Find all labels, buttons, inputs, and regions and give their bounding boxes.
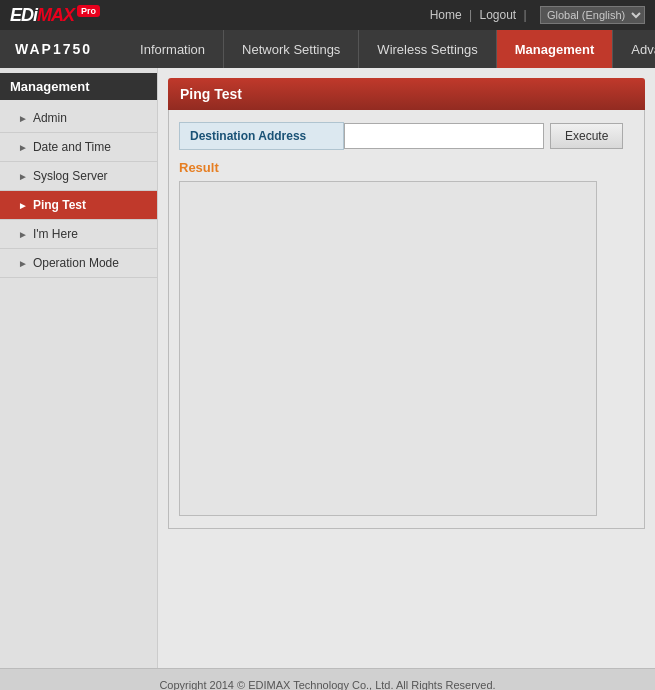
sidebar-item-admin-label: Admin (33, 111, 67, 125)
arrow-icon: ► (18, 229, 28, 240)
arrow-icon: ► (18, 113, 28, 124)
destination-input[interactable] (344, 123, 544, 149)
sidebar: Management ► Admin ► Date and Time ► Sys… (0, 68, 158, 668)
execute-button[interactable]: Execute (550, 123, 623, 149)
sidebar-item-imhere-label: I'm Here (33, 227, 78, 241)
arrow-icon: ► (18, 258, 28, 269)
logo: EDiMAX Pro (10, 5, 100, 26)
sidebar-item-date-and-time[interactable]: ► Date and Time (0, 133, 157, 162)
sidebar-item-ping-test[interactable]: ► Ping Test (0, 191, 157, 220)
logo-pro: Pro (77, 5, 100, 17)
destination-label: Destination Address (179, 122, 344, 150)
sidebar-item-syslog-label: Syslog Server (33, 169, 108, 183)
result-label: Result (179, 160, 634, 175)
language-select[interactable]: Global (English) (540, 6, 645, 24)
nav-wireless-settings[interactable]: Wireless Settings (359, 30, 496, 68)
page-title: Ping Test (168, 78, 645, 110)
sidebar-item-syslog-server[interactable]: ► Syslog Server (0, 162, 157, 191)
nav-information[interactable]: Information (122, 30, 224, 68)
content-wrapper: Management ► Admin ► Date and Time ► Sys… (0, 68, 655, 668)
arrow-icon: ► (18, 171, 28, 182)
nav-network-settings[interactable]: Network Settings (224, 30, 359, 68)
sidebar-item-date-label: Date and Time (33, 140, 111, 154)
logo-edi: EDi (10, 5, 37, 26)
copyright-text: Copyright 2014 © EDIMAX Technology Co., … (159, 679, 495, 690)
sidebar-item-ping-label: Ping Test (33, 198, 86, 212)
logout-link[interactable]: Logout (479, 8, 516, 22)
footer: Copyright 2014 © EDIMAX Technology Co., … (0, 668, 655, 690)
main-content: Ping Test Destination Address Execute Re… (158, 68, 655, 668)
arrow-icon: ► (18, 142, 28, 153)
device-bar: WAP1750 Information Network Settings Wir… (0, 30, 655, 68)
sidebar-item-admin[interactable]: ► Admin (0, 104, 157, 133)
nav-management[interactable]: Management (497, 30, 613, 68)
device-name: WAP1750 (15, 41, 92, 57)
arrow-icon: ► (18, 200, 28, 211)
main-nav: Information Network Settings Wireless Se… (122, 30, 655, 68)
sidebar-item-opmode-label: Operation Mode (33, 256, 119, 270)
home-link[interactable]: Home (430, 8, 462, 22)
sidebar-item-operation-mode[interactable]: ► Operation Mode (0, 249, 157, 278)
result-box (179, 181, 597, 516)
sidebar-item-im-here[interactable]: ► I'm Here (0, 220, 157, 249)
content-box: Destination Address Execute Result (168, 110, 645, 529)
nav-advanced[interactable]: Advanced (613, 30, 655, 68)
logo-max: MAX (37, 5, 74, 26)
logo-image: EDiMAX Pro (10, 5, 100, 26)
header: EDiMAX Pro Home | Logout | Global (Engli… (0, 0, 655, 30)
sidebar-header: Management (0, 73, 157, 100)
destination-row: Destination Address Execute (179, 122, 634, 150)
header-links: Home | Logout | Global (English) (430, 6, 645, 24)
